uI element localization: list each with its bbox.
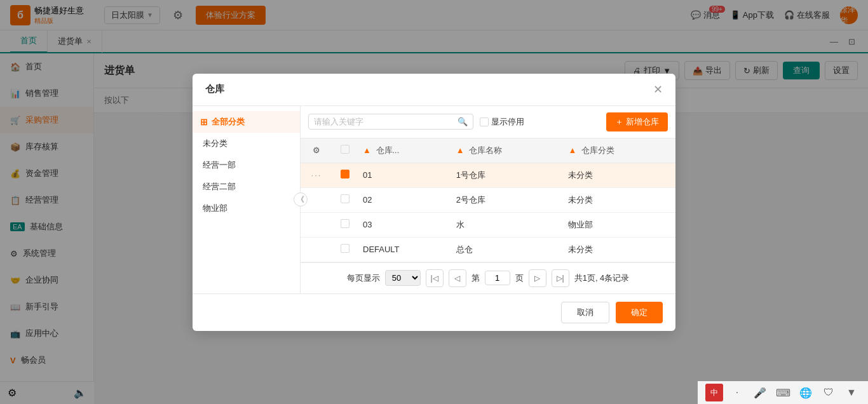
table-row[interactable]: 02 2号仓库 未分类 xyxy=(301,187,675,212)
grid-icon: ⊞ xyxy=(200,117,208,127)
modal-footer: 取消 确定 xyxy=(193,293,675,331)
per-page-label: 每页显示 xyxy=(347,273,380,284)
page-unit: 页 xyxy=(515,273,524,284)
cat-item-unclassified[interactable]: 未分类 xyxy=(193,133,300,154)
row-name: 总仓 xyxy=(451,237,564,262)
pagination: 每页显示 50 100 |◁ ◁ 第 页 ▷ ▷| 共1页, 4条记录 xyxy=(301,262,675,293)
data-table: ⚙ ▲ 仓库... ▲ 仓库名称 xyxy=(301,138,675,262)
search-icon[interactable]: 🔍 xyxy=(458,117,468,126)
row-checkbox[interactable] xyxy=(341,244,349,253)
first-page-button[interactable]: |◁ xyxy=(426,269,444,287)
row-num: 03 xyxy=(358,212,451,237)
row-checkbox-cell xyxy=(332,163,358,187)
prev-page-button[interactable]: ◁ xyxy=(449,269,466,287)
bottom-icon-zh[interactable]: 中 xyxy=(705,384,723,401)
modal-header: 仓库 ✕ xyxy=(193,74,675,106)
cat-all-label: 全部分类 xyxy=(212,116,245,128)
show-disabled-label: 显示停用 xyxy=(491,116,524,128)
bottom-icon-dot[interactable]: · xyxy=(728,384,746,401)
row-category: 未分类 xyxy=(563,187,675,212)
more-dots-icon[interactable]: ··· xyxy=(311,170,322,180)
header-checkbox[interactable] xyxy=(341,145,349,154)
modal-body: ⊞ 全部分类 未分类 经营一部 经营二部 物业部 《 🔍 xyxy=(193,106,675,293)
add-warehouse-button[interactable]: ＋ 新增仓库 xyxy=(606,112,668,131)
cat-all-item[interactable]: ⊞ 全部分类 xyxy=(193,111,300,133)
col-category: ▲ 仓库分类 xyxy=(563,138,675,163)
sort-icon: ▲ xyxy=(363,145,371,155)
row-category: 未分类 xyxy=(563,163,675,187)
table-row[interactable]: ··· 01 1号仓库 未分类 xyxy=(301,163,675,187)
row-checkbox-cell xyxy=(332,237,358,262)
next-page-button[interactable]: ▷ xyxy=(529,269,546,287)
row-num: DEFAULT xyxy=(358,237,451,262)
bottom-keyboard-icon[interactable]: ⌨ xyxy=(774,384,792,401)
search-box: 🔍 xyxy=(308,114,473,130)
bottom-shield-icon[interactable]: 🛡 xyxy=(820,384,837,401)
modal-overlay[interactable]: 仓库 ✕ ⊞ 全部分类 未分类 经营一部 经营二部 物业部 《 xyxy=(0,0,868,404)
row-checkbox[interactable] xyxy=(341,194,349,203)
table-toolbar: 🔍 显示停用 ＋ 新增仓库 xyxy=(301,106,675,138)
confirm-button[interactable]: 确定 xyxy=(616,302,663,323)
cancel-button[interactable]: 取消 xyxy=(561,302,609,323)
warehouse-table: ⚙ ▲ 仓库... ▲ 仓库名称 xyxy=(301,138,675,262)
bottom-lang-icon[interactable]: 🌐 xyxy=(797,384,815,401)
table-area: 🔍 显示停用 ＋ 新增仓库 ⚙ xyxy=(301,106,675,293)
row-checkbox[interactable] xyxy=(341,170,349,178)
cat-item-dept2[interactable]: 经营二部 xyxy=(193,176,300,198)
table-row[interactable]: DEFAULT 总仓 未分类 xyxy=(301,237,675,262)
row-more[interactable] xyxy=(301,212,332,237)
table-row[interactable]: 03 水 物业部 xyxy=(301,212,675,237)
row-name: 1号仓库 xyxy=(451,163,564,187)
last-page-button[interactable]: ▷| xyxy=(552,269,569,287)
table-header-row: ⚙ ▲ 仓库... ▲ 仓库名称 xyxy=(301,138,675,163)
col-code: ▲ 仓库... xyxy=(358,138,451,163)
show-disabled-toggle[interactable]: 显示停用 xyxy=(480,116,524,128)
page-label: 第 xyxy=(471,273,480,284)
row-category: 物业部 xyxy=(563,212,675,237)
row-checkbox-cell xyxy=(332,212,358,237)
search-input[interactable] xyxy=(314,117,454,126)
row-category: 未分类 xyxy=(563,237,675,262)
col-settings: ⚙ xyxy=(301,138,332,163)
modal-title: 仓库 xyxy=(205,83,224,95)
modal-close-button[interactable]: ✕ xyxy=(653,83,663,97)
category-sidebar: ⊞ 全部分类 未分类 经营一部 经营二部 物业部 《 xyxy=(193,106,301,293)
row-name: 2号仓库 xyxy=(451,187,564,212)
col-check xyxy=(332,138,358,163)
category-collapse-button[interactable]: 《 xyxy=(294,192,308,206)
total-info: 共1页, 4条记录 xyxy=(574,273,630,284)
cat-item-property[interactable]: 物业部 xyxy=(193,198,300,219)
sort-cat-icon: ▲ xyxy=(568,145,576,155)
bottom-arrow-icon[interactable]: ▼ xyxy=(843,384,860,401)
show-disabled-checkbox[interactable] xyxy=(480,118,489,126)
row-more[interactable] xyxy=(301,237,332,262)
bottom-bar: 中 · 🎤 ⌨ 🌐 🛡 ▼ xyxy=(698,381,868,404)
bottom-mic-icon[interactable]: 🎤 xyxy=(751,384,769,401)
warehouse-modal: 仓库 ✕ ⊞ 全部分类 未分类 经营一部 经营二部 物业部 《 xyxy=(193,74,675,331)
row-more[interactable]: ··· xyxy=(301,163,332,187)
row-name: 水 xyxy=(451,212,564,237)
col-name: ▲ 仓库名称 xyxy=(451,138,564,163)
row-num: 01 xyxy=(358,163,451,187)
cat-item-dept1[interactable]: 经营一部 xyxy=(193,154,300,176)
row-num: 02 xyxy=(358,187,451,212)
page-number-input[interactable] xyxy=(485,271,510,285)
row-checkbox-cell xyxy=(332,187,358,212)
per-page-select[interactable]: 50 100 xyxy=(385,270,421,286)
row-checkbox[interactable] xyxy=(341,219,349,228)
sort-name-icon: ▲ xyxy=(456,145,465,155)
